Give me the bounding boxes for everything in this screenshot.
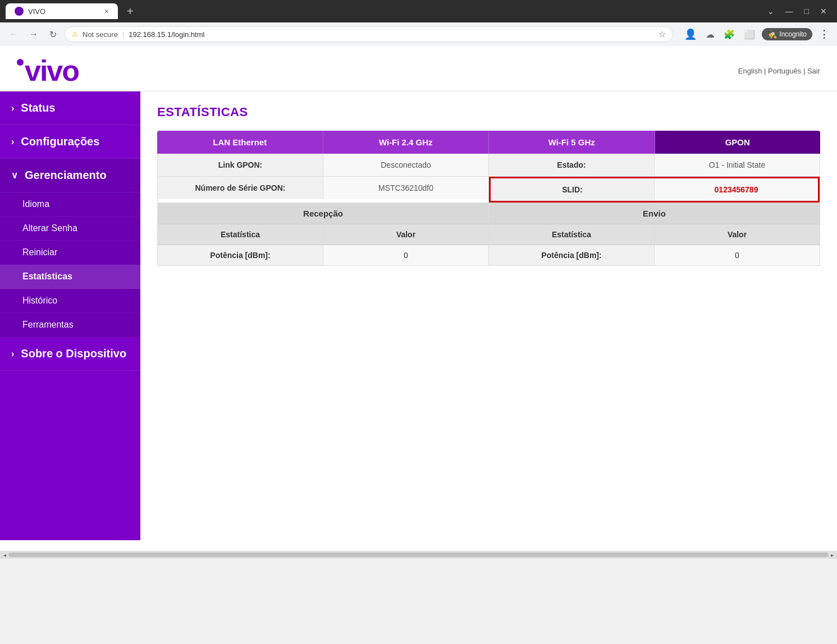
split-view-icon[interactable]: ⬜ [742,27,757,42]
sidebar-arrow-sobre: › [11,349,14,359]
incognito-icon: 🕵 [767,30,777,39]
security-label: Not secure [83,30,118,39]
reception-table: Recepção Estatística Valor Potência [dBm… [158,203,489,265]
refresh-button[interactable]: ↻ [46,27,60,42]
sidebar-subitem-reiniciar[interactable]: Reiniciar [0,241,140,265]
profile-icon[interactable]: 👤 [682,26,699,43]
tab-lan[interactable]: LAN Ethernet [157,131,323,154]
browser-titlebar: VIVO × + ⌄ — □ ✕ [0,0,837,22]
reception-col-valor: Valor [323,224,488,245]
envio-col-estatistica: Estatística [489,224,655,245]
sidebar-subitem-estatisticas[interactable]: Estatísticas [0,265,140,289]
link-gpon-value: Desconectado [323,154,488,176]
sidebar-subitem-historico[interactable]: Histórico [0,289,140,313]
envio-col-valor: Valor [655,224,820,245]
envio-data-row-0: Potência [dBm]: 0 [489,245,820,265]
sidebar-item-configuracoes[interactable]: › Configurações [0,125,140,159]
lang-english[interactable]: English [738,67,762,75]
window-close-button[interactable]: ✕ [816,6,831,17]
tab-close-button[interactable]: × [104,7,109,16]
address-text[interactable]: 192.168.15.1/login.html [129,30,654,39]
tab-wifi24[interactable]: Wi-Fi 2.4 GHz [323,131,490,154]
extensions-icon[interactable]: 🧩 [721,27,737,42]
lang-links: English | Português | Sair [738,67,820,75]
window-controls: ⌄ — □ ✕ [763,6,831,17]
gpon-info-right: Estado: O1 - Initial State SLID: 0123456… [489,154,820,203]
lang-exit[interactable]: Sair [807,67,820,75]
tab-title: VIVO [28,7,45,16]
sidebar-item-sobre[interactable]: › Sobre o Dispositivo [0,337,140,371]
reception-valor-0: 0 [323,245,488,265]
tab-favicon [15,7,24,16]
reception-header: Recepção [158,203,488,224]
scrollbar-left-button[interactable]: ◂ [1,552,8,558]
sidebar-label-sobre: Sobre o Dispositivo [21,347,126,360]
scrollbar-area[interactable]: ◂ ▸ [0,551,837,559]
address-separator: | [122,30,124,39]
page-wrapper: vivo English | Português | Sair › Status… [0,46,837,551]
tab-gpon[interactable]: GPON [655,131,821,154]
reception-data-row-0: Potência [dBm]: 0 [158,245,488,265]
two-tables: Recepção Estatística Valor Potência [dBm… [158,203,820,265]
incognito-label: Incognito [779,30,807,38]
numero-serie-label: Número de Série GPON: [158,177,323,199]
reception-col-estatistica: Estatística [158,224,323,245]
page-header: vivo English | Português | Sair [0,46,837,91]
menu-button[interactable]: ⋮ [817,26,831,43]
gpon-content: Link GPON: Desconectado Número de Série … [157,154,820,266]
scrollbar-track[interactable] [8,553,829,557]
estado-value: O1 - Initial State [655,154,820,176]
cloud-icon[interactable]: ☁ [703,27,717,42]
sidebar-item-status[interactable]: › Status [0,91,140,125]
back-button[interactable]: ← [6,27,21,42]
numero-serie-value: MSTC36210df0 [323,177,488,199]
content-area: ESTATÍSTICAS LAN Ethernet Wi-Fi 2.4 GHz … [140,91,837,540]
sidebar-arrow-gerenciamento: ∨ [11,170,18,181]
slid-value: 0123456789 [655,178,818,201]
info-row-slid: SLID: 0123456789 [489,177,820,203]
reception-estatistica-0: Potência [dBm]: [158,245,323,265]
browser-chrome: VIVO × + ⌄ — □ ✕ ← → ↻ ⚠ Not secure | 19… [0,0,837,46]
envio-col-headers: Estatística Valor [489,224,820,245]
sidebar-arrow-status: › [11,103,14,113]
main-layout: › Status › Configurações ∨ Gerenciamento… [0,91,837,540]
sidebar-label-configuracoes: Configurações [21,135,99,148]
forward-button[interactable]: → [26,27,42,42]
estado-label: Estado: [489,154,655,176]
info-row-numero-serie: Número de Série GPON: MSTC36210df0 [158,177,488,199]
link-gpon-label: Link GPON: [158,154,323,176]
sidebar-label-gerenciamento: Gerenciamento [25,169,107,182]
page-title: ESTATÍSTICAS [157,105,820,119]
window-chevron[interactable]: ⌄ [763,6,779,17]
sidebar-item-gerenciamento[interactable]: ∨ Gerenciamento [0,159,140,192]
stats-tabs: LAN Ethernet Wi-Fi 2.4 GHz Wi-Fi 5 GHz G… [157,131,820,154]
gpon-info-left: Link GPON: Desconectado Número de Série … [158,154,489,203]
incognito-badge: 🕵 Incognito [762,28,812,40]
address-bar[interactable]: ⚠ Not secure | 192.168.15.1/login.html ☆ [65,26,673,42]
sidebar-subitem-idioma[interactable]: Idioma [0,192,140,217]
new-tab-button[interactable]: + [122,4,138,19]
sidebar-label-status: Status [21,102,55,114]
bookmark-icon[interactable]: ☆ [658,29,666,39]
reception-col-headers: Estatística Valor [158,224,488,245]
window-maximize-button[interactable]: □ [800,6,813,17]
tab-wifi5[interactable]: Wi-Fi 5 GHz [489,131,655,154]
envio-estatistica-0: Potência [dBm]: [489,245,655,265]
browser-nav: ← → ↻ ⚠ Not secure | 192.168.15.1/login.… [0,22,837,46]
sidebar-subitem-alterar-senha[interactable]: Alterar Senha [0,217,140,241]
window-minimize-button[interactable]: — [781,6,798,17]
lang-portuguese[interactable]: Português [768,67,801,75]
browser-tab-active[interactable]: VIVO × [6,3,118,19]
vivo-logo: vivo [17,56,79,85]
sidebar-arrow-configuracoes: › [11,137,14,147]
sidebar-subitem-ferramentas[interactable]: Ferramentas [0,313,140,337]
envio-valor-0: 0 [655,245,820,265]
sidebar: › Status › Configurações ∨ Gerenciamento… [0,91,140,540]
gpon-info-grid: Link GPON: Desconectado Número de Série … [158,154,820,203]
info-row-link-gpon: Link GPON: Desconectado [158,154,488,177]
sidebar-subitems: Idioma Alterar Senha Reiniciar Estatísti… [0,192,140,337]
scrollbar-right-button[interactable]: ▸ [829,552,836,558]
logo-dot [17,59,24,66]
nav-icons: 👤 ☁ 🧩 ⬜ 🕵 Incognito ⋮ [682,26,831,43]
security-warning-icon: ⚠ [72,30,78,38]
